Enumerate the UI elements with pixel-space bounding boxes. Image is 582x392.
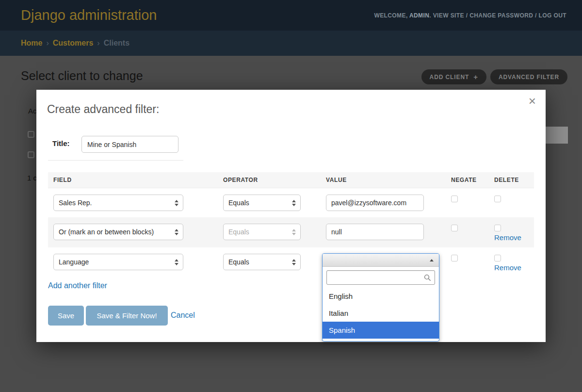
updown-icon bbox=[175, 200, 178, 206]
filter-row: Sales Rep. Equals bbox=[48, 188, 534, 217]
negate-checkbox[interactable] bbox=[451, 225, 458, 231]
field-select[interactable]: Sales Rep. bbox=[53, 195, 183, 211]
log-out-link[interactable]: LOG OUT bbox=[539, 12, 566, 19]
obscured-row-checkbox[interactable] bbox=[28, 131, 34, 138]
updown-icon bbox=[175, 259, 178, 265]
operator-select-value: Equals bbox=[228, 258, 249, 266]
obscured-table-header-strip bbox=[546, 127, 568, 144]
breadcrumb-home[interactable]: Home bbox=[21, 39, 42, 48]
close-icon[interactable]: × bbox=[529, 95, 536, 107]
title-field-label: Title: bbox=[52, 139, 70, 147]
field-select[interactable]: Or (mark an or between blocks) bbox=[53, 224, 183, 240]
delete-checkbox[interactable] bbox=[494, 225, 501, 231]
add-another-filter-link[interactable]: Add another filter bbox=[48, 281, 107, 290]
remove-row-link[interactable]: Remove bbox=[494, 263, 521, 272]
advanced-filter-modal: × Create advanced filter: Title: FIELD O… bbox=[36, 90, 546, 342]
operator-select[interactable]: Equals bbox=[223, 254, 301, 270]
filter-title-input[interactable] bbox=[81, 136, 178, 153]
view-site-link[interactable]: VIEW SITE bbox=[433, 12, 464, 19]
value-input[interactable] bbox=[326, 224, 424, 240]
column-header-negate: NEGATE bbox=[450, 172, 493, 188]
dropdown-option-english[interactable]: English bbox=[323, 288, 439, 305]
column-header-operator: OPERATOR bbox=[219, 172, 322, 188]
filter-table-header: FIELD OPERATOR VALUE NEGATE DELETE bbox=[48, 172, 534, 188]
save-button[interactable]: Save bbox=[48, 306, 84, 326]
search-icon bbox=[424, 274, 431, 281]
change-password-link[interactable]: CHANGE PASSWORD bbox=[469, 12, 533, 19]
breadcrumb-customers[interactable]: Customers bbox=[53, 39, 94, 48]
column-header-value: VALUE bbox=[322, 172, 450, 188]
field-select-value: Language bbox=[59, 258, 89, 266]
top-header: Django administration WELCOME, ADMIN. VI… bbox=[0, 0, 582, 31]
page-title: Select client to change bbox=[21, 69, 143, 83]
dropdown-search bbox=[323, 267, 439, 288]
page-actions: ADD CLIENT + ADVANCED FILTER bbox=[421, 69, 567, 84]
breadcrumb: Home › Customers › Clients bbox=[0, 31, 582, 56]
filter-table: FIELD OPERATOR VALUE NEGATE DELETE Sales… bbox=[48, 172, 534, 278]
updown-icon bbox=[292, 229, 296, 235]
plus-icon: + bbox=[473, 73, 478, 81]
add-client-button[interactable]: ADD CLIENT + bbox=[421, 69, 486, 84]
obscured-text-action: Ac bbox=[28, 107, 37, 115]
breadcrumb-separator: › bbox=[97, 39, 99, 48]
operator-select-value: Equals bbox=[228, 228, 249, 236]
dropdown-options-list: English Italian Spanish bbox=[323, 288, 439, 341]
filter-row: Language Equals Remove bbox=[48, 247, 534, 278]
negate-checkbox[interactable] bbox=[451, 196, 458, 202]
updown-icon bbox=[292, 200, 296, 206]
dropdown-collapse-header[interactable] bbox=[323, 254, 439, 267]
user-tools-separator: / bbox=[466, 12, 468, 19]
operator-select-value: Equals bbox=[228, 199, 249, 207]
cancel-link[interactable]: Cancel bbox=[171, 311, 195, 320]
add-client-label: ADD CLIENT bbox=[430, 74, 469, 81]
operator-select-disabled: Equals bbox=[223, 224, 301, 240]
field-select[interactable]: Language bbox=[53, 254, 183, 270]
obscured-row-checkbox[interactable] bbox=[28, 151, 34, 158]
operator-select[interactable]: Equals bbox=[223, 195, 301, 211]
delete-checkbox[interactable] bbox=[494, 255, 501, 261]
filter-row: Or (mark an or between blocks) Equals Re… bbox=[48, 217, 534, 247]
username: ADMIN bbox=[409, 12, 429, 19]
modal-title: Create advanced filter: bbox=[47, 103, 159, 116]
divider bbox=[48, 160, 183, 161]
user-tools-separator: / bbox=[535, 12, 537, 19]
breadcrumb-separator: › bbox=[46, 39, 48, 48]
negate-checkbox[interactable] bbox=[451, 255, 458, 261]
column-header-field: FIELD bbox=[48, 172, 219, 188]
welcome-text: WELCOME, bbox=[374, 12, 407, 19]
advanced-filter-button[interactable]: ADVANCED FILTER bbox=[490, 69, 567, 84]
column-header-delete: DELETE bbox=[493, 172, 534, 188]
site-title: Django administration bbox=[21, 7, 157, 23]
delete-checkbox[interactable] bbox=[494, 196, 501, 202]
advanced-filter-label: ADVANCED FILTER bbox=[499, 74, 559, 81]
dropdown-search-input[interactable] bbox=[326, 270, 435, 285]
save-and-filter-button[interactable]: Save & Filter Now! bbox=[86, 306, 168, 326]
user-tools: WELCOME, ADMIN. VIEW SITE / CHANGE PASSW… bbox=[374, 12, 566, 19]
field-select-value: Or (mark an or between blocks) bbox=[59, 228, 154, 236]
obscured-result-count: 1 c bbox=[27, 174, 37, 182]
dropdown-option-italian[interactable]: Italian bbox=[323, 305, 439, 322]
value-input[interactable] bbox=[326, 195, 424, 211]
username-dot: . bbox=[429, 12, 431, 19]
screen: Django administration WELCOME, ADMIN. VI… bbox=[0, 0, 582, 392]
language-value-dropdown: English Italian Spanish bbox=[322, 253, 439, 342]
updown-icon bbox=[292, 259, 296, 265]
dropdown-option-spanish[interactable]: Spanish bbox=[323, 322, 439, 339]
remove-row-link[interactable]: Remove bbox=[494, 233, 521, 242]
collapse-arrow-icon bbox=[430, 259, 434, 261]
field-select-value: Sales Rep. bbox=[59, 199, 92, 207]
breadcrumb-clients: Clients bbox=[104, 39, 129, 48]
updown-icon bbox=[175, 229, 178, 235]
